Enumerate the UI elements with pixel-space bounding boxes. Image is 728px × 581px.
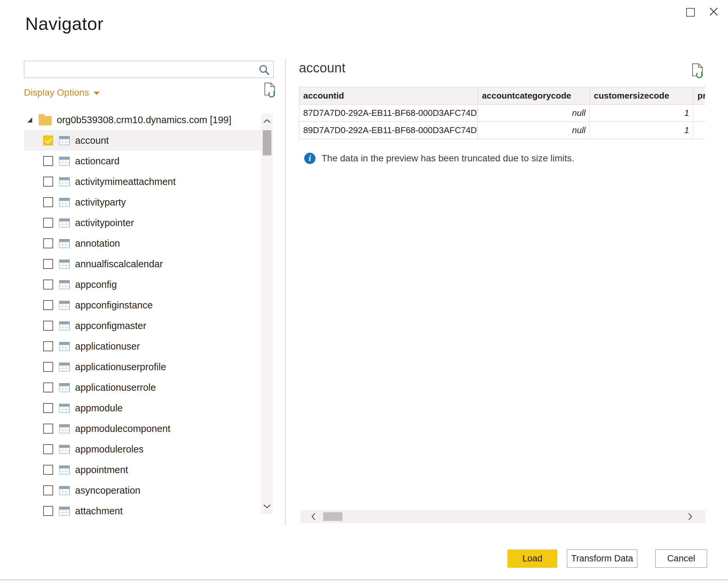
chevron-left-icon [311,512,316,521]
table-cell: 1 [590,105,694,122]
tree-item[interactable]: asyncoperation [24,480,261,501]
tree-item[interactable]: activityparty [24,192,261,212]
checkbox-unchecked[interactable] [43,177,53,187]
cancel-button[interactable]: Cancel [655,550,707,568]
tree-item[interactable]: appconfiginstance [24,295,261,315]
tree-item[interactable]: activitypointer [24,212,261,233]
checkbox-checked[interactable] [43,135,53,146]
tree-item[interactable]: appointment [24,459,261,480]
scrollbar-thumb[interactable] [263,130,271,155]
tree-item[interactable]: applicationuserrole [24,377,261,398]
tree-item[interactable]: appmoduleroles [24,439,261,459]
navigation-tree: org0b539308.crm10.dynamics.com [199] acc… [24,110,261,521]
tree-item-label: attachment [75,506,123,517]
maximize-icon[interactable] [686,8,695,17]
checkbox-unchecked[interactable] [43,321,53,331]
folder-icon [39,116,51,125]
table-icon [59,198,70,207]
tree-item[interactable]: actioncard [24,151,261,171]
table-icon [59,342,70,351]
checkbox-unchecked[interactable] [43,506,53,516]
tree-item[interactable]: annualfiscalcalendar [24,254,261,274]
table-row: 87D7A7D0-292A-EB11-BF68-000D3AFC74D7 nul… [299,105,705,122]
table-icon [59,507,70,516]
tree-item[interactable]: appmodulecomponent [24,418,261,439]
table-icon [59,239,70,248]
tree-item-label: annualfiscalcalendar [75,259,163,270]
table-icon [59,260,70,269]
tree-item[interactable]: attachment [24,501,261,521]
tree-item[interactable]: annotation [24,233,261,254]
tree-item[interactable]: appconfigmaster [24,315,261,336]
chevron-down-icon [263,504,271,509]
table-cell: null [478,105,590,122]
scrollbar-up-button[interactable] [261,113,273,129]
table-icon [59,486,70,495]
navigator-dialog: Navigator Display Options org0b539308.cr… [0,0,728,581]
display-options-dropdown[interactable]: Display Options [24,86,100,100]
checkbox-unchecked[interactable] [43,403,53,413]
expander-icon[interactable] [27,117,32,123]
tree-item-label: appmodule [75,403,123,414]
checkbox-unchecked[interactable] [43,424,53,433]
tree-item-label: appmoduleroles [75,444,144,455]
table-cell: null [478,122,590,139]
table-icon [59,404,70,413]
checkbox-unchecked[interactable] [43,280,53,290]
transform-data-button[interactable]: Transform Data [567,550,637,568]
tree-item-label: appmodulecomponent [75,423,171,434]
tree-root-row[interactable]: org0b539308.crm10.dynamics.com [199] [24,110,261,130]
page-title: Navigator [25,13,104,34]
table-icon [59,136,70,145]
scrollbar-right-button[interactable] [682,510,698,523]
refresh-list-button[interactable] [262,82,277,100]
tree-item-account[interactable]: account [24,130,261,151]
tree-item-label: activitypointer [75,217,134,229]
table-icon [59,445,70,454]
tree-item-label: applicationuserrole [75,382,156,393]
checkbox-unchecked[interactable] [43,259,53,269]
panel-divider [285,59,286,525]
checkbox-unchecked[interactable] [43,300,53,310]
table-icon [59,301,70,310]
column-header: customersizecode [590,87,694,105]
checkbox-unchecked[interactable] [43,362,53,372]
scrollbar-thumb[interactable] [323,512,342,521]
checkbox-unchecked[interactable] [43,382,53,392]
refresh-preview-icon [262,82,277,98]
checkbox-unchecked[interactable] [43,218,53,228]
chevron-right-icon [687,512,693,521]
preview-horizontal-scrollbar[interactable] [301,510,705,523]
checkbox-unchecked[interactable] [43,465,53,475]
tree-item-label: account [75,135,109,146]
tree-item-label: appointment [75,465,128,475]
tree-item[interactable]: applicationuser [24,336,261,356]
column-header: accountcategorycode [478,87,590,105]
tree-item[interactable]: applicationuserprofile [24,356,261,377]
tree-item[interactable]: appconfig [24,274,261,295]
scrollbar-left-button[interactable] [306,510,321,523]
search-input[interactable] [24,61,273,78]
checkbox-unchecked[interactable] [43,485,53,495]
tree-scrollbar[interactable] [261,113,273,514]
load-button[interactable]: Load [508,550,557,568]
search-icon[interactable] [258,64,270,77]
table-icon [59,177,70,186]
preview-title: account [299,60,345,75]
column-header: pr [694,87,705,105]
checkbox-unchecked[interactable] [43,444,53,454]
table-icon [59,383,70,392]
checkbox-unchecked[interactable] [43,238,53,248]
checkbox-unchecked[interactable] [43,156,53,166]
tree-item[interactable]: activitymimeattachment [24,171,261,192]
checkbox-unchecked[interactable] [43,197,53,207]
refresh-preview-button[interactable] [690,63,705,80]
tree-item-label: activitymimeattachment [75,176,176,187]
checkbox-unchecked[interactable] [43,341,53,351]
tree-item-label: activityparty [75,197,126,208]
scrollbar-down-button[interactable] [261,499,273,514]
tree-item[interactable]: appmodule [24,398,261,418]
close-icon[interactable] [707,5,720,18]
window-bottom-edge [0,579,728,580]
table-row: 89D7A7D0-292A-EB11-BF68-000D3AFC74D7 nul… [299,122,705,139]
